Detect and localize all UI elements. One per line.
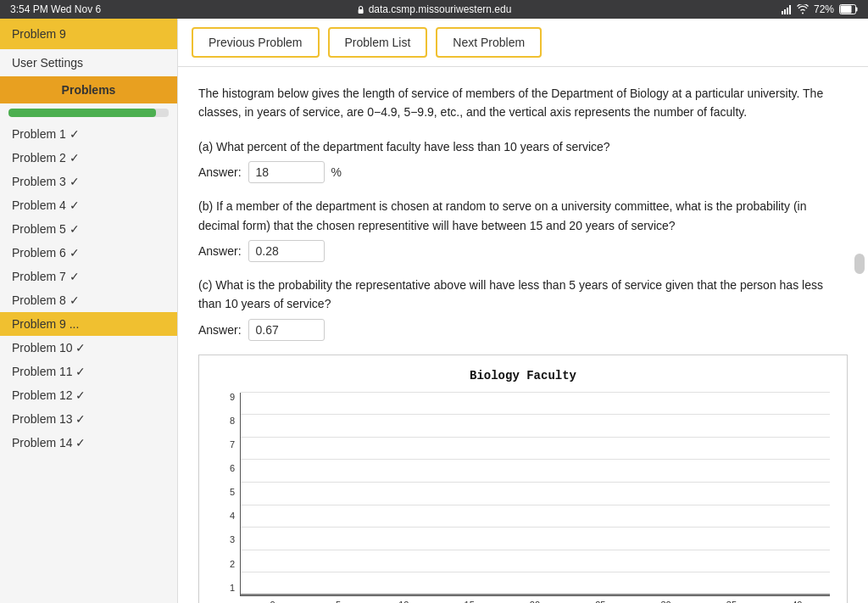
sidebar-item-5[interactable]: Problem 5 ✓ — [0, 217, 177, 241]
svg-rect-6 — [856, 8, 858, 12]
x-axis-labels: 0510152025303540 — [240, 600, 830, 603]
sidebar: Problem 9 User Settings Problems Problem… — [0, 19, 178, 603]
y-label-9: 9 — [230, 393, 235, 402]
sidebar-problems-header: Problems — [0, 76, 177, 103]
bar-group-1 — [314, 594, 388, 595]
x-label-10: 10 — [371, 600, 437, 603]
sidebar-item-3[interactable]: Problem 3 ✓ — [0, 170, 177, 193]
progress-bar-container — [0, 103, 177, 122]
part-c-input[interactable] — [248, 319, 325, 341]
sidebar-user-settings[interactable]: User Settings — [0, 49, 177, 76]
part-b-label: Answer: — [198, 244, 242, 258]
wifi-icon — [797, 4, 809, 14]
sidebar-item-8[interactable]: Problem 8 ✓ — [0, 288, 177, 312]
grid-line-6 — [241, 459, 830, 460]
bar-5 — [609, 594, 682, 595]
scrollbar-thumb[interactable] — [854, 254, 865, 274]
x-label-0: 0 — [240, 600, 305, 603]
svg-rect-0 — [359, 9, 364, 14]
chart-bars-container — [240, 393, 830, 596]
status-indicators: 72% — [782, 3, 858, 15]
grid-line-3 — [241, 527, 830, 528]
toolbar: Previous Problem Problem List Next Probl… — [178, 19, 868, 67]
sidebar-item-11[interactable]: Problem 11 ✓ — [0, 360, 177, 383]
part-c-block: (c) What is the probability the represen… — [198, 276, 848, 341]
bar-group-4 — [536, 594, 609, 595]
bar-0 — [241, 594, 314, 595]
part-a-unit: % — [331, 165, 342, 179]
svg-rect-7 — [841, 6, 852, 14]
sidebar-item-10[interactable]: Problem 10 ✓ — [0, 336, 177, 360]
part-a-input[interactable] — [248, 161, 325, 183]
x-label-15: 15 — [437, 600, 502, 603]
app-container: Problem 9 User Settings Problems Problem… — [0, 19, 868, 603]
bar-group-5 — [609, 594, 682, 595]
sidebar-item-6[interactable]: Problem 6 ✓ — [0, 241, 177, 265]
y-label-7: 7 — [230, 440, 235, 449]
part-c-label: Answer: — [198, 323, 242, 337]
chart-container: Biology Faculty 123456789 05101520253035… — [198, 355, 848, 603]
part-b-answer-row: Answer: — [198, 240, 848, 262]
bar-4 — [536, 594, 609, 595]
part-a-label: Answer: — [198, 165, 242, 179]
chart-area: 123456789 0510152025303540 — [216, 393, 830, 603]
chart-title: Biology Faculty — [216, 369, 830, 382]
bar-group-3 — [462, 594, 536, 595]
chart-plot: 0510152025303540 — [240, 393, 830, 603]
part-c-question: (c) What is the probability the represen… — [198, 276, 848, 314]
y-label-1: 1 — [230, 583, 235, 593]
x-label-40: 40 — [765, 600, 830, 603]
battery-icon — [839, 4, 858, 14]
bar-2 — [388, 594, 462, 595]
bar-3 — [462, 594, 536, 595]
prev-problem-button[interactable]: Previous Problem — [192, 27, 320, 58]
x-label-5: 5 — [305, 600, 370, 603]
part-b-input[interactable] — [248, 240, 325, 262]
progress-bar-track — [8, 109, 169, 117]
sidebar-item-4[interactable]: Problem 4 ✓ — [0, 193, 177, 217]
bar-group-2 — [388, 594, 462, 595]
grid-line-1 — [241, 572, 830, 572]
svg-rect-1 — [782, 11, 783, 14]
sidebar-items: Problem 1 ✓Problem 2 ✓Problem 3 ✓Problem… — [0, 122, 177, 603]
svg-rect-2 — [784, 9, 786, 14]
next-problem-button[interactable]: Next Problem — [436, 27, 542, 58]
sidebar-item-12[interactable]: Problem 12 ✓ — [0, 383, 177, 407]
problem-intro: The histogram below gives the length of … — [198, 84, 848, 122]
svg-rect-3 — [787, 8, 788, 14]
grid-line-5 — [241, 482, 830, 483]
x-label-35: 35 — [698, 600, 764, 603]
svg-rect-4 — [789, 5, 791, 14]
sidebar-item-13[interactable]: Problem 13 ✓ — [0, 407, 177, 431]
y-label-3: 3 — [230, 535, 235, 544]
x-label-25: 25 — [568, 600, 633, 603]
sidebar-item-7[interactable]: Problem 7 ✓ — [0, 265, 177, 288]
part-b-block: (b) If a member of the department is cho… — [198, 197, 848, 262]
status-bar: 3:54 PM Wed Nov 6 data.csmp.missouriwest… — [0, 0, 868, 19]
sidebar-item-1[interactable]: Problem 1 ✓ — [0, 122, 177, 146]
status-url: data.csmp.missouriwestern.edu — [357, 3, 512, 15]
grid-line-2 — [241, 550, 830, 550]
part-a-answer-row: Answer: % — [198, 161, 848, 183]
part-b-question: (b) If a member of the department is cho… — [198, 197, 848, 235]
bar-7 — [756, 594, 830, 595]
x-label-20: 20 — [502, 600, 567, 603]
bar-group-0 — [241, 594, 314, 595]
problem-list-button[interactable]: Problem List — [328, 27, 428, 58]
sidebar-item-2[interactable]: Problem 2 ✓ — [0, 146, 177, 170]
main-content: Previous Problem Problem List Next Probl… — [178, 19, 868, 603]
bar-group-7 — [756, 594, 830, 595]
content-area: The histogram below gives the length of … — [178, 67, 868, 603]
x-label-30: 30 — [633, 600, 698, 603]
y-label-4: 4 — [230, 511, 235, 521]
y-label-5: 5 — [230, 488, 235, 497]
grid-line-7 — [241, 437, 830, 438]
lock-icon — [357, 5, 365, 14]
signal-icon — [782, 4, 792, 14]
sidebar-current-problem: Problem 9 — [0, 19, 177, 49]
grid-line-4 — [241, 505, 830, 505]
progress-bar-fill — [8, 109, 156, 117]
y-label-8: 8 — [230, 416, 235, 426]
sidebar-item-9[interactable]: Problem 9 ... — [0, 312, 177, 336]
sidebar-item-14[interactable]: Problem 14 ✓ — [0, 431, 177, 455]
